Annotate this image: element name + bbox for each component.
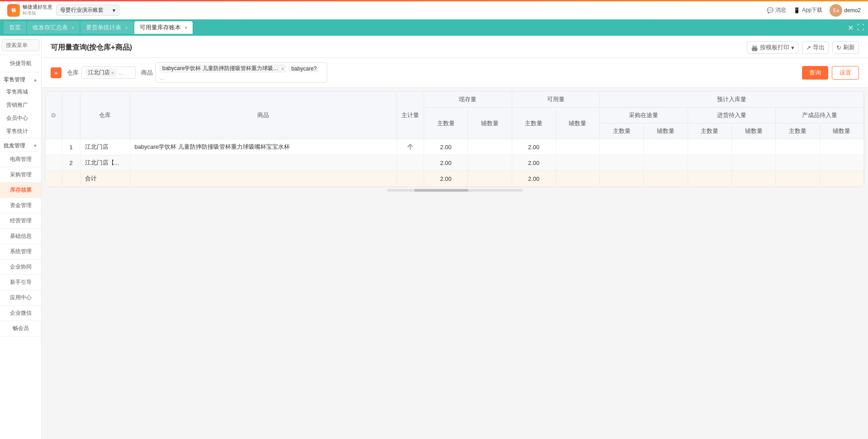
- sidebar-item-member-center[interactable]: 会员中心: [0, 112, 41, 125]
- product-tag-2: babycare?: [288, 65, 319, 72]
- sidebar-item-marketing[interactable]: 营销推广: [0, 99, 41, 112]
- logo-sub: 标准版: [23, 10, 52, 16]
- warehouse-dots[interactable]: ...: [118, 70, 123, 76]
- logo-text: 畅捷通好生意: [23, 4, 52, 10]
- th-prod-main: 主数量: [776, 123, 820, 139]
- sidebar-item-finance[interactable]: 资金管理: [0, 198, 41, 213]
- export-btn[interactable]: ↗ 导出: [802, 41, 829, 54]
- cell-pp-aux-2: [732, 155, 776, 171]
- settings-button[interactable]: 设置: [832, 66, 859, 80]
- sidebar-item-retail-mall[interactable]: 零售商城: [0, 85, 41, 99]
- cell-avail-aux-2: [556, 155, 599, 171]
- footer-product: [130, 171, 396, 187]
- app-download-action[interactable]: 📱 App下载: [793, 6, 822, 14]
- sidebar-section-header-retail[interactable]: 零售管理 ▲: [0, 72, 41, 85]
- tab-close-order-stats[interactable]: ×: [125, 25, 127, 30]
- scroll-bar-thumb[interactable]: [414, 189, 468, 192]
- sidebar-item-enterprise-collab[interactable]: 企业协同: [0, 260, 41, 275]
- search-input[interactable]: [2, 39, 39, 51]
- chevron-down-icon: ▾: [113, 7, 115, 14]
- th-current-stock: 现存量: [424, 92, 512, 108]
- message-action[interactable]: 💬 消息: [767, 6, 786, 14]
- template-print-btn[interactable]: 🖨️ 按模板打印 ▾: [747, 41, 798, 54]
- sidebar-item-enterprise-wechat[interactable]: 企业微信: [0, 306, 41, 321]
- industry-selector[interactable]: 母婴行业演示账套 ▾: [56, 5, 119, 16]
- footer-rownum: [62, 171, 80, 187]
- sidebar-item-purchase[interactable]: 采购管理: [0, 167, 41, 183]
- product-tag-1-close[interactable]: ×: [281, 66, 284, 71]
- cell-product-1: babycare学饮杯 儿童防摔防撞吸管杯重力球吸嘴杯宝宝水杯: [130, 139, 396, 155]
- tab-available-stock[interactable]: 可用量库存账本 ×: [134, 21, 193, 34]
- scroll-bar-track[interactable]: [387, 189, 523, 192]
- logo-area: 畅 畅捷通好生意 标准版: [7, 4, 52, 17]
- cell-stock-main-2: 2.00: [424, 155, 467, 171]
- th-main-unit: 主计量: [396, 92, 424, 139]
- product-dots[interactable]: ...: [160, 75, 164, 81]
- warehouse-filter-group: 仓库 江北门店 × ...: [67, 66, 136, 79]
- footer-settings: [46, 171, 62, 187]
- tab-order-stats[interactable]: 要货单统计表 ×: [80, 21, 133, 34]
- sidebar-item-inventory-check[interactable]: 库存核算: [0, 183, 41, 198]
- query-button[interactable]: 查询: [802, 66, 828, 80]
- cell-prod-aux-1: [820, 139, 863, 155]
- th-pp-main: 主数量: [688, 123, 731, 139]
- cell-stock-aux-2: [468, 155, 512, 171]
- sidebar-item-vip-member[interactable]: 畅会员: [0, 321, 41, 336]
- table-container: ⚙ 仓库 商品 主计量 现存量 可用量 预计入库量 主数量 辅数量 主数量: [45, 91, 864, 187]
- cell-prod-aux-2: [820, 155, 863, 171]
- cell-pt-aux-1: [644, 139, 688, 155]
- tab-close-available-stock[interactable]: ×: [184, 25, 187, 30]
- main-content: 可用量查询(按仓库+商品) 🖨️ 按模板打印 ▾ ↗ 导出 ↻ 刷新: [42, 36, 868, 439]
- sidebar-item-operations[interactable]: 经营管理: [0, 213, 41, 229]
- product-filter-group: 商品 babycare学饮杯 儿童防摔防撞吸管杯重力球吸嘴杯宝宝水杯 × bab…: [141, 62, 327, 83]
- sidebar-item-base-info[interactable]: 基础信息: [0, 229, 41, 244]
- warehouse-input[interactable]: 江北门店 × ...: [81, 66, 136, 79]
- tab-close-receive-send[interactable]: ×: [71, 25, 74, 30]
- sidebar: 快捷导航 零售管理 ▲ 零售商城 营销推广 会员中心 零售统计 批发管理 ▼ 电…: [0, 36, 42, 439]
- tab-bar: 首页 收发存汇总表 × 要货单统计表 × 可用量库存账本 × ✕ ⛶: [0, 19, 868, 36]
- sidebar-item-new-guide[interactable]: 新手引导: [0, 275, 41, 290]
- cell-warehouse-1: 江北门店: [80, 139, 130, 155]
- warehouse-tag: 江北门店 ×: [85, 68, 117, 77]
- sidebar-item-ecommerce[interactable]: 电商管理: [0, 152, 41, 167]
- th-available-qty: 可用量: [512, 92, 600, 108]
- sidebar-item-retail-stats[interactable]: 零售统计: [0, 125, 41, 138]
- th-planned-inbound: 预计入库量: [600, 92, 864, 108]
- sidebar-item-quick-nav[interactable]: 快捷导航: [0, 57, 41, 70]
- chevron-up-icon: ▲: [33, 77, 38, 82]
- footer-stock-main: 2.00: [424, 171, 467, 187]
- avatar: Ea: [830, 4, 842, 17]
- cell-pt-aux-2: [644, 155, 688, 171]
- top-bar: 畅 畅捷通好生意 标准版 母婴行业演示账套 ▾ 💬 消息 📱 App下载 Ea …: [0, 1, 868, 19]
- refresh-btn[interactable]: ↻ 刷新: [832, 41, 859, 54]
- th-purchase-pending: 进货待入量: [688, 108, 776, 123]
- sidebar-section-wholesale: 批发管理 ▼: [0, 138, 41, 152]
- th-row-num: [62, 92, 80, 139]
- close-all-tabs-icon[interactable]: ✕: [848, 24, 854, 32]
- product-input[interactable]: babycare学饮杯 儿童防摔防撞吸管杯重力球吸嘴杯宝宝水杯 × babyca…: [156, 62, 327, 83]
- th-pt-aux: 辅数量: [644, 123, 688, 139]
- th-pp-aux: 辅数量: [732, 123, 776, 139]
- sidebar-section-header-wholesale[interactable]: 批发管理 ▼: [0, 138, 41, 151]
- cell-prod-main-2: [776, 155, 820, 171]
- cell-unit-1: 个: [396, 139, 424, 155]
- data-table: ⚙ 仓库 商品 主计量 现存量 可用量 预计入库量 主数量 辅数量 主数量: [46, 92, 864, 187]
- cell-pp-main-1: [688, 139, 731, 155]
- tab-home[interactable]: 首页: [4, 21, 26, 34]
- tab-receive-send[interactable]: 收发存汇总表 ×: [27, 21, 80, 34]
- tab-bar-actions: ✕ ⛶: [848, 24, 864, 32]
- th-purchase-in-transit: 采购在途量: [600, 108, 688, 123]
- warehouse-tag-close[interactable]: ×: [111, 70, 114, 76]
- column-settings-icon[interactable]: ⚙: [51, 112, 57, 119]
- expand-window-icon[interactable]: ⛶: [857, 24, 864, 32]
- user-profile[interactable]: Ea demo2: [830, 4, 861, 17]
- sidebar-item-app-center[interactable]: 应用中心: [0, 290, 41, 306]
- th-stock-main: 主数量: [424, 108, 467, 139]
- cell-warehouse-2: 江北门店【...: [80, 155, 130, 171]
- cell-pt-main-2: [600, 155, 644, 171]
- th-pt-main: 主数量: [600, 123, 644, 139]
- th-avail-aux: 辅数量: [556, 108, 599, 139]
- sidebar-item-system-mgmt[interactable]: 系统管理: [0, 244, 41, 260]
- cell-stock-main-1: 2.00: [424, 139, 467, 155]
- filter-expand-btn[interactable]: »: [51, 67, 61, 78]
